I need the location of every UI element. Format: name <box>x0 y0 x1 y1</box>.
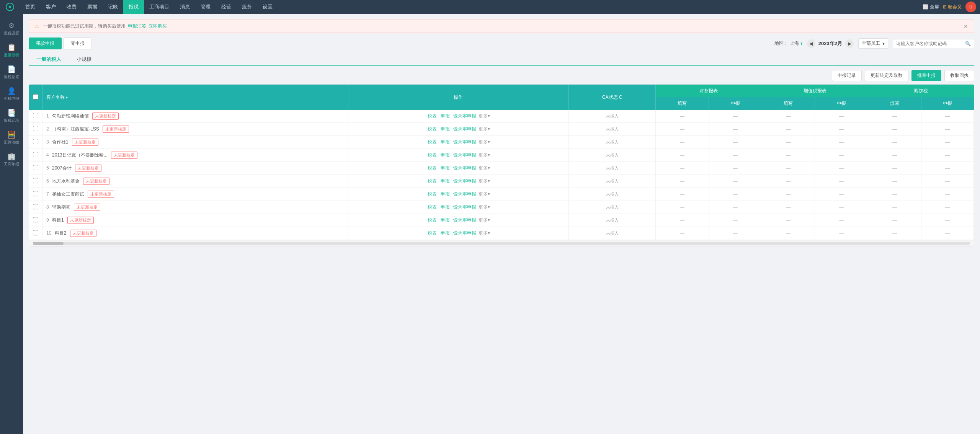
op-more[interactable]: 更多▾ <box>479 191 490 197</box>
next-month-btn[interactable]: ▶ <box>845 39 854 48</box>
retrieve-receipt-btn[interactable]: 收取回执 <box>944 70 974 81</box>
op-zero-declare[interactable]: 设为零申报 <box>453 152 476 158</box>
row-checkbox-1[interactable] <box>33 126 38 131</box>
op-more[interactable]: 更多▾ <box>479 139 490 145</box>
nav-invoice[interactable]: 票据 <box>82 0 103 14</box>
sidebar-item-annual-report[interactable]: 🏢 工商年报 <box>0 148 23 170</box>
op-more[interactable]: 更多▾ <box>479 178 490 184</box>
op-tax-form[interactable]: 税表 <box>428 113 437 119</box>
op-more[interactable]: 更多▾ <box>479 230 490 236</box>
sidebar-item-tax-settings[interactable]: ⚙ 报税设置 <box>0 18 23 39</box>
app-logo <box>4 1 16 13</box>
nav-tax[interactable]: 报税 <box>123 0 144 14</box>
nav-fee[interactable]: 收费 <box>61 0 82 14</box>
op-tax-form[interactable]: 税表 <box>428 152 437 158</box>
declaration-records-btn[interactable]: 申报记录 <box>832 70 862 81</box>
scroll-track <box>33 242 970 245</box>
sidebar-item-settlement[interactable]: 🧮 汇算清缴 <box>0 127 23 148</box>
op-tax-form[interactable]: 税表 <box>428 126 437 132</box>
row-checkbox-9[interactable] <box>33 230 38 235</box>
op-zero-declare[interactable]: 设为零申报 <box>453 126 476 132</box>
op-declare[interactable]: 申报 <box>441 217 450 223</box>
op-zero-declare[interactable]: 设为零申报 <box>453 217 476 223</box>
row-add-report: — <box>921 136 973 149</box>
op-tax-form[interactable]: 税表 <box>428 139 437 145</box>
op-more[interactable]: 更多▾ <box>479 113 490 119</box>
op-more[interactable]: 更多▾ <box>479 152 490 158</box>
op-declare[interactable]: 申报 <box>441 165 450 171</box>
row-checkbox-5[interactable] <box>33 178 38 183</box>
op-tax-form[interactable]: 税表 <box>428 230 437 236</box>
sub-tab-small-scale[interactable]: 小规模 <box>69 53 99 65</box>
select-all-checkbox[interactable] <box>33 94 38 100</box>
op-tax-form[interactable]: 税表 <box>428 178 437 184</box>
staff-dropdown-icon: ▾ <box>882 41 885 46</box>
notice-link-declaration[interactable]: 申报汇签 <box>128 23 146 29</box>
sidebar-item-batch-tax[interactable]: 📋 批量报税 <box>0 39 23 61</box>
premium-btn[interactable]: ⊞ 畅会员 <box>943 4 962 10</box>
op-zero-declare[interactable]: 设为零申报 <box>453 191 476 197</box>
row-ca-status: 未插入 <box>569 110 656 123</box>
op-tax-form[interactable]: 税表 <box>428 217 437 223</box>
nav-business[interactable]: 工商项目 <box>144 0 175 14</box>
op-declare[interactable]: 申报 <box>441 113 450 119</box>
row-checkbox-7[interactable] <box>33 204 38 209</box>
op-more[interactable]: 更多▾ <box>479 204 490 210</box>
nav-home[interactable]: 首页 <box>20 0 41 14</box>
op-zero-declare[interactable]: 设为零申报 <box>453 165 476 171</box>
nav-settings[interactable]: 设置 <box>257 0 278 14</box>
row-checkbox-8[interactable] <box>33 217 38 222</box>
row-checkbox-3[interactable] <box>33 152 38 157</box>
tab-zero-declaration[interactable]: 零申报 <box>64 38 92 49</box>
op-declare[interactable]: 申报 <box>441 152 450 158</box>
op-tax-form[interactable]: 税表 <box>428 191 437 197</box>
sidebar-item-tax-records[interactable]: 📑 报税记录 <box>0 105 23 127</box>
annual-report-icon: 🏢 <box>7 152 16 161</box>
op-zero-declare[interactable]: 设为零申报 <box>453 139 476 145</box>
row-add-report: — <box>921 123 973 136</box>
row-tax-report: — <box>815 227 868 240</box>
op-declare[interactable]: 申报 <box>441 139 450 145</box>
op-zero-declare[interactable]: 设为零申报 <box>453 178 476 184</box>
op-declare[interactable]: 申报 <box>441 204 450 210</box>
staff-select[interactable]: 全部员工 ▾ <box>858 38 888 49</box>
op-tax-form[interactable]: 税表 <box>428 204 437 210</box>
notice-link-buy[interactable]: 立即购买 <box>149 23 167 29</box>
op-zero-declare[interactable]: 设为零申报 <box>453 204 476 210</box>
sidebar-item-tax-overview[interactable]: 📄 报税总览 <box>0 61 23 83</box>
op-tax-form[interactable]: 税表 <box>428 165 437 171</box>
tab-tax-declaration[interactable]: 税款申报 <box>29 38 62 49</box>
op-more[interactable]: 更多▾ <box>479 217 490 223</box>
op-zero-declare[interactable]: 设为零申报 <box>453 113 476 119</box>
nav-bookkeeping[interactable]: 记账 <box>103 0 123 14</box>
scroll-thumb[interactable] <box>33 242 64 245</box>
row-checkbox-6[interactable] <box>33 191 38 196</box>
prev-month-btn[interactable]: ◀ <box>807 39 815 48</box>
nav-message[interactable]: 消息 <box>175 0 195 14</box>
user-avatar[interactable]: U <box>965 2 976 12</box>
nav-manage[interactable]: 管理 <box>195 0 216 14</box>
nav-operation[interactable]: 经营 <box>216 0 237 14</box>
op-declare[interactable]: 申报 <box>441 178 450 184</box>
fullscreen-btn[interactable]: ⬜ 全屏 <box>923 4 939 10</box>
row-checkbox-0[interactable] <box>33 113 38 118</box>
region-info-icon[interactable]: ℹ <box>800 41 802 46</box>
op-declare[interactable]: 申报 <box>441 126 450 132</box>
nav-service[interactable]: 服务 <box>237 0 257 14</box>
sub-tab-general[interactable]: 一般的税人 <box>29 53 69 66</box>
batch-declare-btn[interactable]: 批量申报 <box>911 70 941 81</box>
update-stats-btn[interactable]: 更新统定及取数 <box>865 70 908 81</box>
op-more[interactable]: 更多▾ <box>479 165 490 171</box>
horizontal-scrollbar[interactable] <box>29 240 974 246</box>
op-declare[interactable]: 申报 <box>441 230 450 236</box>
op-declare[interactable]: 申报 <box>441 191 450 197</box>
sidebar-item-personal-tax[interactable]: 👤 个税申报 <box>0 83 23 105</box>
row-checkbox-4[interactable] <box>33 165 38 170</box>
op-zero-declare[interactable]: 设为零申报 <box>453 230 476 236</box>
op-more[interactable]: 更多▾ <box>479 126 490 132</box>
nav-customer[interactable]: 客户 <box>41 0 61 14</box>
notice-close-btn[interactable]: ✕ <box>964 23 968 29</box>
search-input[interactable] <box>896 41 965 46</box>
search-icon[interactable]: 🔍 <box>965 41 971 46</box>
row-checkbox-2[interactable] <box>33 139 38 144</box>
